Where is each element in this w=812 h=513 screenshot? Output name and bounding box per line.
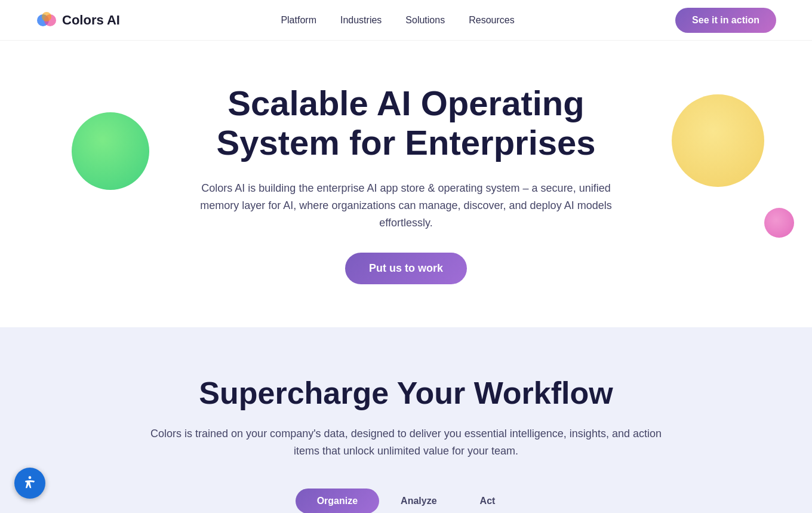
nav-industries[interactable]: Industries bbox=[340, 15, 382, 26]
tab-analyze[interactable]: Analyze bbox=[379, 489, 458, 513]
logo-icon bbox=[36, 10, 57, 31]
workflow-tabs: Organize Analyze Act bbox=[36, 489, 776, 513]
hero-subtitle: Colors AI is building the enterprise AI … bbox=[197, 180, 615, 231]
logo[interactable]: Colors AI bbox=[36, 10, 120, 31]
see-it-in-action-button[interactable]: See it in action bbox=[675, 8, 776, 33]
tab-organize[interactable]: Organize bbox=[296, 489, 379, 513]
workflow-section: Supercharge Your Workflow Colors is trai… bbox=[0, 327, 812, 513]
accessibility-button[interactable] bbox=[14, 468, 45, 499]
svg-point-3 bbox=[29, 476, 32, 479]
hero-section: Scalable AI Operating System for Enterpr… bbox=[0, 41, 812, 327]
workflow-title: Supercharge Your Workflow bbox=[36, 375, 776, 411]
deco-yellow-circle bbox=[672, 94, 764, 187]
workflow-subtitle: Colors is trained on your company's data… bbox=[137, 425, 675, 460]
tab-act[interactable]: Act bbox=[459, 489, 517, 513]
nav-resources[interactable]: Resources bbox=[469, 15, 514, 26]
put-us-to-work-button[interactable]: Put us to work bbox=[345, 253, 467, 284]
navbar: Colors AI Platform Industries Solutions … bbox=[0, 0, 812, 41]
deco-pink-circle bbox=[764, 208, 794, 238]
hero-title: Scalable AI Operating System for Enterpr… bbox=[167, 84, 645, 163]
svg-point-2 bbox=[42, 12, 51, 21]
nav-solutions[interactable]: Solutions bbox=[405, 15, 445, 26]
deco-green-circle bbox=[72, 112, 149, 190]
logo-text: Colors AI bbox=[62, 13, 120, 28]
accessibility-icon bbox=[21, 475, 38, 492]
nav-links: Platform Industries Solutions Resources bbox=[281, 15, 514, 26]
nav-platform[interactable]: Platform bbox=[281, 15, 316, 26]
